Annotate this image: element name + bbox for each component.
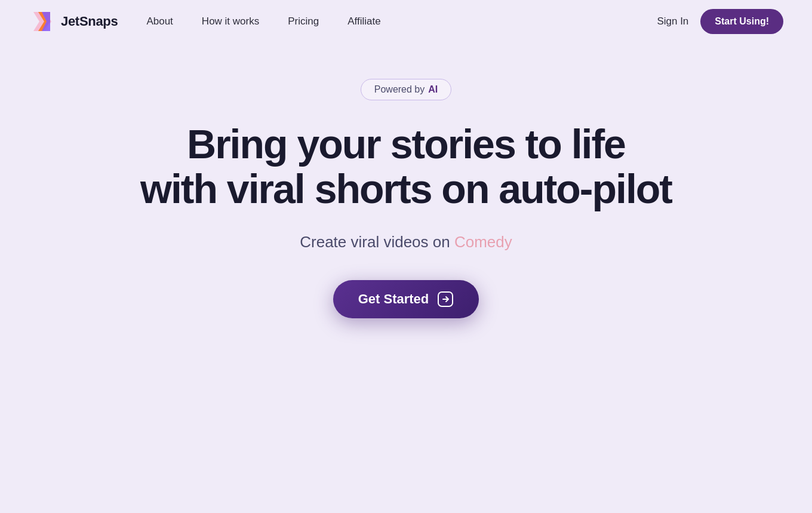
logo-text: JetSnaps [61,14,118,29]
navbar: JetSnaps About How it works Pricing Affi… [0,0,812,43]
headline-line2: with viral shorts on auto-pilot [140,166,672,211]
nav-item-affiliate[interactable]: Affiliate [347,16,380,27]
nav-item-pricing[interactable]: Pricing [288,16,319,27]
get-started-label: Get Started [358,291,429,307]
nav-link-affiliate[interactable]: Affiliate [347,16,380,27]
arrow-right-icon [437,291,454,308]
logo-icon [29,8,55,35]
nav-link-how-it-works[interactable]: How it works [202,16,259,27]
powered-by-text: Powered by [374,84,425,95]
animated-category: Comedy [454,233,512,251]
get-started-button[interactable]: Get Started [333,280,479,318]
logo-link[interactable]: JetSnaps [29,8,118,35]
subtext-prefix: Create viral videos on [300,233,450,251]
nav-right: Sign In Start Using! [657,9,783,34]
start-using-button[interactable]: Start Using! [700,9,783,34]
nav-item-how-it-works[interactable]: How it works [202,16,259,27]
powered-by-badge: Powered by AI [361,79,452,100]
hero-subtext: Create viral videos on Comedy [300,233,512,251]
nav-links: About How it works Pricing Affiliate [146,16,380,27]
ai-label: AI [428,84,438,95]
hero-section: Powered by AI Bring your stories to life… [0,43,812,318]
nav-item-about[interactable]: About [146,16,173,27]
nav-left: JetSnaps About How it works Pricing Affi… [29,8,381,35]
nav-link-pricing[interactable]: Pricing [288,16,319,27]
headline-line1: Bring your stories to life [187,121,625,167]
sign-in-button[interactable]: Sign In [657,16,688,27]
nav-link-about[interactable]: About [146,16,173,27]
hero-headline: Bring your stories to life with viral sh… [140,122,672,211]
